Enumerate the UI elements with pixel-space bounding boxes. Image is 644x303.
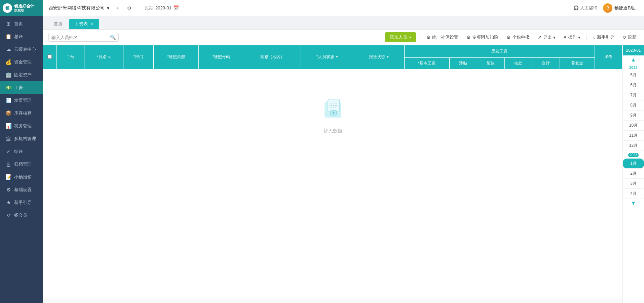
sidebar-item-fixed-assets[interactable]: 🏢 固定资产 — [0, 69, 43, 81]
operations-button[interactable]: ≡ 操作 ▾ — [562, 33, 582, 42]
month-item-202206[interactable]: 6月 — [623, 80, 644, 90]
th-operations: 操作 — [595, 45, 622, 69]
sidebar-icon-invoice: 🧾 — [5, 97, 11, 103]
month-item-202205[interactable]: 5月 — [623, 70, 644, 80]
personal-tax-button[interactable]: ⚙ 个税申报 — [504, 33, 532, 42]
operations-label: 操作 — [568, 34, 577, 40]
refresh-button[interactable]: ↺ 刷新 — [620, 33, 639, 42]
social-insurance-button[interactable]: ⚙ 统一社保设置 — [424, 33, 460, 42]
month-item-202210[interactable]: 10月 — [623, 121, 644, 131]
month-item-202304[interactable]: 4月 — [623, 189, 644, 199]
export-arrow: ▾ — [553, 35, 556, 40]
sidebar-icon-inventory: 📦 — [5, 110, 11, 116]
sidebar-label-fund: 资金管理 — [14, 59, 32, 65]
guide-button[interactable]: ○ 新手引导 — [591, 33, 616, 42]
period-selector[interactable]: 账期 2023-01 📅 — [145, 5, 179, 11]
status-filter-icon[interactable]: ▼ — [335, 55, 339, 59]
sidebar-label-archive: 归档管理 — [14, 161, 32, 167]
guide-icon: ○ — [593, 35, 596, 40]
app-version: 旗舰版 — [14, 8, 34, 12]
th-total: 合计 — [532, 57, 560, 69]
search-wrap: 🔍 — [48, 33, 119, 42]
user-avatar-text: B — [606, 6, 609, 10]
tab-label-salary: 工资表 — [75, 21, 88, 27]
toolbar-sep-2 — [586, 35, 587, 40]
sidebar-label-salary: 工资 — [14, 85, 23, 91]
year-panel-nav: ▲ — [623, 55, 644, 64]
sidebar-item-vip[interactable]: V 畅会员 — [0, 209, 43, 222]
sidebar-item-fund[interactable]: 💰 资金管理 — [0, 56, 43, 69]
sidebar-label-vip: 畅会员 — [14, 212, 27, 218]
sidebar-item-settlement[interactable]: ✓ 结账 — [0, 145, 43, 158]
tab-salary[interactable]: 工资表✕ — [69, 19, 99, 29]
sidebar-item-invoice[interactable]: 🧾 发票管理 — [0, 94, 43, 107]
period-value: 2023-01 — [155, 5, 172, 10]
topbar-divider — [139, 5, 139, 11]
sidebar-item-ledger[interactable]: 📋 总账 — [0, 30, 43, 43]
user-menu[interactable]: B 畅捷通B组... — [603, 3, 639, 13]
settings-icon[interactable]: ⚙ — [125, 4, 134, 12]
month-item-202301[interactable]: 1月 — [623, 159, 644, 169]
sidebar-item-archive[interactable]: 🗄 归档管理 — [0, 158, 43, 171]
company-selector[interactable]: 西安虾米网络科技有限公司 ▾ — [48, 5, 109, 11]
sidebar-item-expense[interactable]: 📝 小畅报销 — [0, 171, 43, 183]
refresh-label: 刷新 — [628, 34, 637, 40]
sidebar-item-tax[interactable]: 📊 税务管理 — [0, 120, 43, 132]
export-button[interactable]: ↗ 导出 ▾ — [536, 33, 558, 42]
month-item-202302[interactable]: 2月 — [623, 169, 644, 179]
month-item-202209[interactable]: 9月 — [623, 111, 644, 121]
add-person-button[interactable]: 添加人员 ▾ — [385, 32, 416, 42]
month-item-202212[interactable]: 12月 — [623, 141, 644, 151]
tab-label-home: 首页 — [54, 21, 63, 26]
sidebar-item-cloud-report[interactable]: ☁ 云报表中心 — [0, 43, 43, 56]
sidebar-item-salary[interactable]: 💵 工资 — [0, 81, 43, 94]
year-nav-down[interactable]: ▼ — [631, 199, 636, 208]
social-insurance-icon: ⚙ — [426, 35, 431, 40]
year-panel-header: 2023-01 — [623, 45, 644, 55]
support-label: 人工咨询 — [580, 5, 598, 11]
export-icon: ↗ — [538, 35, 542, 40]
sidebar-icon-guide: ★ — [5, 200, 11, 206]
tabbar: 首页工资表✕ — [43, 16, 644, 30]
th-status: *人员状态 ▼ — [301, 45, 354, 69]
th-employee-id: 工号 — [56, 45, 84, 69]
month-item-202207[interactable]: 7月 — [623, 90, 644, 100]
month-item-202211[interactable]: 11月 — [623, 131, 644, 141]
name-sort-icon[interactable]: ⇅ — [108, 55, 111, 59]
company-name: 西安虾米网络科技有限公司 — [48, 5, 105, 11]
sidebar-nav: ⊞ 首页 📋 总账 ☁ 云报表中心 💰 资金管理 🏢 固定资产 💵 工资 🧾 发… — [0, 16, 43, 303]
th-id-number: *证照号码 — [199, 45, 244, 69]
sidebar-item-settings[interactable]: ⚙ 基础设置 — [0, 183, 43, 196]
sidebar-label-ledger: 总账 — [14, 34, 23, 40]
search-input[interactable] — [51, 35, 108, 40]
social-insurance-label: 统一社保设置 — [432, 34, 458, 40]
empty-state: 暂无数据 — [43, 69, 622, 161]
user-avatar: B — [603, 3, 612, 13]
content-area: 首页工资表✕ 🔍 添加人员 ▾ ⚙ 统一社保设置 ⚙ 专项附加扣除 — [43, 16, 644, 303]
table-content: 工号 *姓名 ⇅ *部门 *证照类型 *证照号码 — [43, 45, 622, 303]
special-deduct-label: 专项附加扣除 — [472, 34, 498, 40]
sidebar-icon-fund: 💰 — [5, 59, 11, 65]
support-button[interactable]: 🎧 人工咨询 — [573, 5, 598, 11]
year-panel: 2023-01 ▲ 20225月6月7月8月9月10月11月12月20231月2… — [622, 45, 644, 303]
report-filter-icon[interactable]: ▼ — [386, 55, 389, 59]
special-deduct-button[interactable]: ⚙ 专项附加扣除 — [464, 33, 500, 42]
year-nav-up[interactable]: ▲ — [631, 55, 636, 64]
period-calendar-icon[interactable]: 📅 — [174, 5, 179, 10]
sidebar-item-inventory[interactable]: 📦 库存核算 — [0, 107, 43, 120]
year-panel-months: 20225月6月7月8月9月10月11月12月20231月2月3月4月 — [623, 64, 644, 199]
operations-arrow: ▾ — [578, 35, 580, 40]
add-company-button[interactable]: ＋ — [113, 4, 122, 12]
tab-home[interactable]: 首页 — [48, 19, 68, 29]
sidebar: 畅 畅通好会计 旗舰版 ⊞ 首页 📋 总账 ☁ 云报表中心 💰 资金管理 🏢 固… — [0, 0, 43, 303]
sidebar-item-multi-org[interactable]: 🏛 多机构管理 — [0, 132, 43, 145]
sidebar-item-guide[interactable]: ★ 新手引导 — [0, 196, 43, 209]
sidebar-item-home[interactable]: ⊞ 首页 — [0, 17, 43, 30]
th-allowance: 津贴 — [449, 57, 477, 69]
th-old-age: 养老金 — [560, 57, 595, 69]
month-item-202208[interactable]: 8月 — [623, 100, 644, 111]
select-all-checkbox[interactable] — [47, 54, 52, 59]
tab-close-salary[interactable]: ✕ — [90, 21, 94, 26]
horizontal-scrollbar[interactable] — [43, 299, 622, 303]
month-item-202303[interactable]: 3月 — [623, 179, 644, 189]
